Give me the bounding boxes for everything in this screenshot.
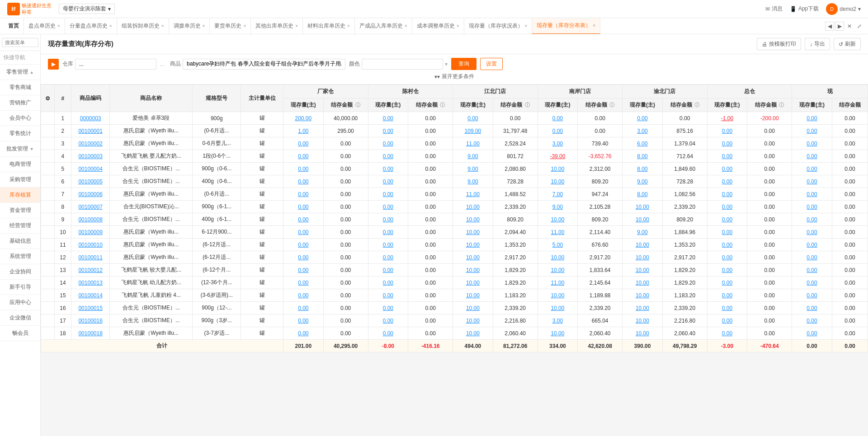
table-cell[interactable]: 3.00 [538,314,578,327]
tab-stock-dist[interactable]: 现存量（库存分布表）× [532,18,600,34]
table-cell[interactable]: 0.00 [792,137,832,150]
table-cell[interactable]: 0.00 [792,201,832,213]
filter-expand-button[interactable]: ▶ [48,59,59,70]
table-cell[interactable]: 0.00 [283,175,323,188]
tab-material-out[interactable]: 材料出库单历史 × [303,18,355,34]
table-cell[interactable]: 0000003 [71,112,110,125]
table-area[interactable]: ⚙ # 商品编码 商品名称 规格型号 主计量单位 厂家仓 陈村仓 江北门店 南岸… [41,84,868,436]
table-cell[interactable]: 0.00 [283,327,323,340]
close-icon[interactable]: × [203,23,205,28]
table-cell[interactable]: 10.00 [623,251,663,264]
sidebar-item-vip[interactable]: 畅会员 [0,326,40,341]
sidebar-item-wholesale[interactable]: 批发管理 ▼ [0,141,40,157]
close-icon[interactable]: × [243,23,246,28]
tab-product-in[interactable]: 产成品入库单历史 × [355,18,412,34]
table-cell[interactable]: 0.00 [283,302,323,314]
table-cell[interactable]: 10.00 [453,277,493,289]
table-cell[interactable]: 8.00 [623,188,663,201]
table-cell[interactable]: 1.00 [283,125,323,137]
table-cell[interactable]: 0.00 [283,137,323,150]
col-settings[interactable]: ⚙ [41,85,55,112]
close-icon[interactable]: × [525,23,528,28]
table-cell[interactable]: 9.00 [623,226,663,239]
table-cell[interactable]: 0.00 [368,201,408,213]
table-cell[interactable]: 0.00 [792,239,832,251]
table-cell[interactable]: 0.00 [707,302,747,314]
query-button[interactable]: 查询 [451,58,476,70]
table-cell[interactable]: 10.00 [623,213,663,226]
table-cell[interactable]: 10.00 [453,302,493,314]
table-cell[interactable]: 0.00 [792,175,832,188]
sidebar-item-finance[interactable]: 资金管理 [0,203,40,218]
nav-expand[interactable]: ⤢ [854,23,864,29]
table-cell[interactable]: 10.00 [538,289,578,302]
table-cell[interactable]: 0.00 [368,112,408,125]
sidebar-item-collab[interactable]: 企业协同 [0,264,40,280]
table-cell[interactable]: 0.00 [792,163,832,175]
table-cell[interactable]: 10.00 [453,314,493,327]
table-cell[interactable]: 0.00 [707,226,747,239]
tab-other-out[interactable]: 其他出库单历史 × [251,18,303,34]
nav-prev-arrow[interactable]: ◀ [825,22,834,31]
close-icon[interactable]: × [295,23,298,28]
table-cell[interactable]: 0.00 [792,302,832,314]
table-cell[interactable]: 0.00 [707,213,747,226]
table-cell[interactable]: 0.00 [368,314,408,327]
table-cell[interactable]: 0.00 [368,264,408,277]
close-icon[interactable]: × [593,23,595,28]
table-cell[interactable]: 0.00 [283,239,323,251]
table-cell[interactable]: 3.00 [623,125,663,137]
warehouse-input[interactable] [75,59,156,70]
table-cell[interactable]: 3.00 [538,137,578,150]
table-cell[interactable]: 10.00 [453,327,493,340]
table-cell[interactable]: 0.00 [283,150,323,163]
table-cell[interactable]: 00100005 [71,175,110,188]
table-cell[interactable]: 0.00 [792,251,832,264]
table-cell[interactable]: 5.00 [538,239,578,251]
table-cell[interactable]: 0.00 [792,327,832,340]
tab-split-stock[interactable]: 分量盘点单历史 × [65,18,117,34]
table-cell[interactable]: 0.00 [707,314,747,327]
table-cell[interactable]: 10.00 [623,239,663,251]
table-cell[interactable]: 0.00 [792,150,832,163]
table-cell[interactable]: 0.00 [368,239,408,251]
sidebar-item-ecom[interactable]: 电商管理 [0,157,40,172]
table-cell[interactable]: 0.00 [283,163,323,175]
table-cell[interactable]: 200.00 [283,112,323,125]
table-cell[interactable]: 10.00 [623,264,663,277]
table-cell[interactable]: 9.00 [538,201,578,213]
table-cell[interactable]: 0.00 [368,188,408,201]
table-cell[interactable]: 0.00 [792,112,832,125]
table-cell[interactable]: 7.00 [538,188,578,201]
table-cell[interactable]: 6.00 [623,137,663,150]
table-cell[interactable]: 10.00 [453,251,493,264]
table-cell[interactable]: 00100007 [71,201,110,213]
expand-more-button[interactable]: ▾▾ 展开更多条件 [434,73,474,80]
table-cell[interactable]: 0.00 [707,150,747,163]
tab-requisition[interactable]: 要货单历史 × [210,18,251,34]
table-cell[interactable]: 0.00 [283,201,323,213]
table-cell[interactable]: 0.00 [368,302,408,314]
table-cell[interactable]: 9.00 [453,175,493,188]
tab-assemble-split[interactable]: 组装拆卸单历史 × [117,18,169,34]
table-cell[interactable]: 10.00 [538,163,578,175]
table-cell[interactable]: 0.00 [453,112,493,125]
table-cell[interactable]: 00100009 [71,226,110,239]
tab-transfer[interactable]: 调拨单历史 × [169,18,210,34]
print-button[interactable]: 🖨 按模板打印 [757,38,801,50]
table-cell[interactable]: 9.00 [623,175,663,188]
table-cell[interactable]: 0.00 [538,112,578,125]
search-input[interactable] [2,38,38,47]
table-cell[interactable]: 00100016 [71,314,110,327]
table-cell[interactable]: 8.00 [623,163,663,175]
table-cell[interactable]: 00100004 [71,163,110,175]
table-cell[interactable]: 00100003 [71,150,110,163]
sidebar-item-ops[interactable]: 经营管理 [0,218,40,234]
sidebar-item-apps[interactable]: 应用中心 [0,295,40,310]
table-cell[interactable]: 0.00 [707,289,747,302]
table-cell[interactable]: 10.00 [453,213,493,226]
table-cell[interactable]: 00100010 [71,239,110,251]
sidebar-item-guide[interactable]: 新手引导 [0,280,40,295]
sidebar-item-retail[interactable]: 零售管理 ▲ [0,65,40,80]
app-download-link[interactable]: 📱 App下载 [790,5,819,13]
